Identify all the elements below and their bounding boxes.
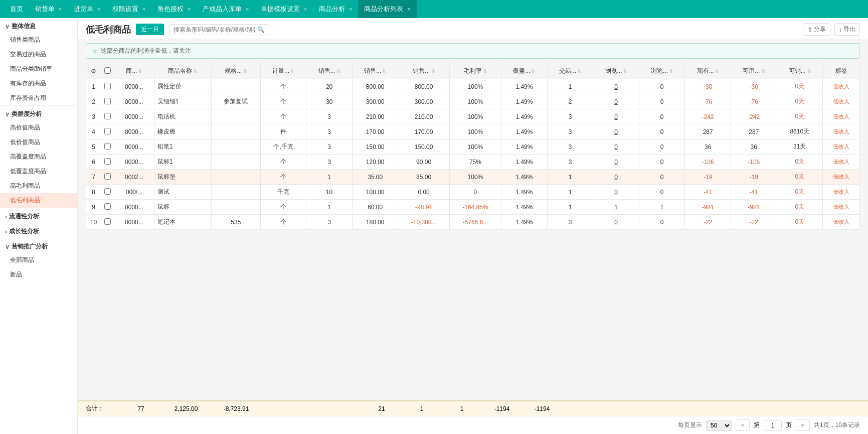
col-browse1-header[interactable]: 浏览...⇅: [593, 63, 639, 79]
sidebar-item-high-value[interactable]: 高价值商品: [0, 120, 77, 135]
sidebar-item-high-coverage[interactable]: 高覆盖度商品: [0, 150, 77, 164]
sidebar-item-low-value[interactable]: 低价值商品: [0, 135, 77, 150]
col-settings[interactable]: ⚙: [86, 63, 101, 79]
nav-item-permission[interactable]: 权限设置 ×: [106, 0, 151, 18]
col-name-header[interactable]: 商品名称⇅: [154, 63, 211, 79]
search-input[interactable]: [173, 26, 255, 33]
close-icon[interactable]: ×: [349, 6, 352, 12]
row-name[interactable]: 测试: [154, 185, 211, 200]
row-browse1[interactable]: 0: [593, 185, 639, 200]
row-checkbox[interactable]: [101, 200, 114, 215]
row-browse1[interactable]: 0: [593, 109, 639, 124]
row-browse1[interactable]: 0: [593, 155, 639, 170]
share-button[interactable]: ⇧ 分享: [803, 23, 830, 36]
row-name[interactable]: 属性定价: [154, 79, 211, 94]
row-browse1[interactable]: 0: [593, 79, 639, 94]
close-icon[interactable]: ×: [97, 6, 100, 12]
row-browse1[interactable]: 0: [593, 215, 639, 230]
close-icon[interactable]: ×: [246, 6, 249, 12]
nav-item-role[interactable]: 角色授权 ×: [151, 0, 197, 18]
sidebar-item-low-coverage[interactable]: 低覆盖度商品: [0, 164, 77, 179]
nav-item-purchase[interactable]: 进货单 ×: [68, 0, 106, 18]
page-size-select[interactable]: 50 100 200: [706, 420, 732, 431]
row-select-checkbox[interactable]: [104, 83, 111, 89]
close-icon[interactable]: ×: [188, 6, 191, 12]
row-name[interactable]: 电话机: [154, 109, 211, 124]
sidebar-item-sales-goods[interactable]: 销售类商品: [0, 33, 77, 47]
row-checkbox[interactable]: [101, 139, 114, 155]
close-icon[interactable]: ×: [407, 6, 410, 12]
row-select-checkbox[interactable]: [104, 128, 111, 134]
col-price-header[interactable]: 销售...⇅: [352, 63, 398, 79]
row-checkbox[interactable]: [101, 109, 114, 124]
row-browse1[interactable]: 0: [593, 94, 639, 109]
row-name[interactable]: 铅笔1: [154, 139, 211, 155]
nav-item-home[interactable]: 首页: [4, 0, 29, 18]
row-name[interactable]: 鼠标: [154, 200, 211, 215]
col-code-header[interactable]: 商...⇅: [114, 63, 154, 79]
nav-item-analysis-list[interactable]: 商品分析列表 ×: [358, 0, 416, 18]
row-name[interactable]: 笔记本: [154, 215, 211, 230]
sidebar-item-new-goods[interactable]: 新品: [0, 267, 77, 282]
col-stock1-header[interactable]: 现有...⇅: [685, 63, 731, 79]
row-name[interactable]: 吴细细1: [154, 94, 211, 109]
sidebar-item-low-margin[interactable]: 低毛利商品: [0, 193, 77, 208]
col-spec-header[interactable]: 规格...⇅: [211, 63, 260, 79]
row-browse1[interactable]: 0: [593, 170, 639, 185]
row-select-checkbox[interactable]: [104, 158, 111, 165]
export-button[interactable]: ↓ 导出: [834, 23, 860, 36]
sidebar-item-category-rate[interactable]: 商品分类助销率: [0, 62, 77, 76]
nav-item-products[interactable]: 产成品入库单 ×: [197, 0, 255, 18]
col-unit-header[interactable]: 计量...⇅: [260, 63, 306, 79]
row-checkbox[interactable]: [101, 79, 114, 94]
row-select-checkbox[interactable]: [104, 143, 111, 150]
close-icon[interactable]: ×: [142, 6, 145, 12]
prev-page-button[interactable]: ＜: [736, 419, 750, 431]
row-name[interactable]: 橡皮擦: [154, 124, 211, 139]
col-coverage-header[interactable]: 覆盖...⇅: [501, 63, 548, 79]
sidebar-section-flow[interactable]: › 流通性分析: [0, 208, 77, 223]
sidebar-item-high-margin[interactable]: 高毛利商品: [0, 179, 77, 193]
select-all-checkbox[interactable]: [104, 67, 111, 74]
sidebar-section-group[interactable]: ∨ 类群度分析: [0, 106, 77, 120]
row-checkbox[interactable]: [101, 94, 114, 109]
row-name[interactable]: 鼠标1: [154, 155, 211, 170]
sidebar-item-capital[interactable]: 库存资金占用: [0, 91, 77, 105]
row-browse1[interactable]: 0: [593, 124, 639, 139]
page-input[interactable]: [764, 420, 782, 430]
sidebar-item-all-goods[interactable]: 全部商品: [0, 253, 77, 267]
next-page-button[interactable]: ＞: [796, 419, 810, 431]
nav-item-analysis[interactable]: 商品分析 ×: [313, 0, 358, 18]
row-checkbox[interactable]: [101, 185, 114, 200]
sidebar-item-traded-goods[interactable]: 交易过的商品: [0, 47, 77, 62]
nav-item-sales[interactable]: 销货单 ×: [29, 0, 68, 18]
row-checkbox[interactable]: [101, 215, 114, 230]
col-tag-header[interactable]: 标签: [823, 63, 860, 79]
row-select-checkbox[interactable]: [104, 218, 111, 225]
col-stock2-header[interactable]: 可用...⇅: [731, 63, 777, 79]
col-trade-header[interactable]: 交易...⇅: [547, 63, 593, 79]
row-select-checkbox[interactable]: [104, 173, 111, 180]
row-browse1[interactable]: 0: [593, 139, 639, 155]
row-select-checkbox[interactable]: [104, 98, 111, 104]
col-sales-header[interactable]: 销售...⇅: [398, 63, 449, 79]
table-wrapper[interactable]: ⚙ 商...⇅ 商品名称⇅ 规格...⇅ 计量...⇅ 销售...⇅ 销售...…: [78, 63, 868, 400]
sidebar-section-growth[interactable]: › 成长性分析: [0, 223, 77, 238]
col-browse2-header[interactable]: 浏览...⇅: [639, 63, 685, 79]
row-select-checkbox[interactable]: [104, 203, 111, 210]
nav-item-template[interactable]: 单据模板设置 ×: [255, 0, 313, 18]
close-icon[interactable]: ×: [59, 6, 62, 12]
row-select-checkbox[interactable]: [104, 188, 111, 195]
row-checkbox[interactable]: [101, 155, 114, 170]
col-days-header[interactable]: 可销...⇅: [777, 63, 823, 79]
sidebar-section-marketing[interactable]: ∨ 营销推广分析: [0, 238, 77, 253]
col-checkbox[interactable]: [101, 63, 114, 79]
sidebar-section-overview[interactable]: ∨ 整体信息: [0, 18, 77, 33]
col-gross-header[interactable]: 毛利率⇅: [449, 63, 501, 79]
row-checkbox[interactable]: [101, 170, 114, 185]
row-checkbox[interactable]: [101, 124, 114, 139]
search-box[interactable]: 🔍: [169, 24, 269, 35]
filter-recent-month-button[interactable]: 近一月: [136, 24, 164, 35]
close-icon[interactable]: ×: [304, 6, 307, 12]
row-name[interactable]: 鼠标垫: [154, 170, 211, 185]
